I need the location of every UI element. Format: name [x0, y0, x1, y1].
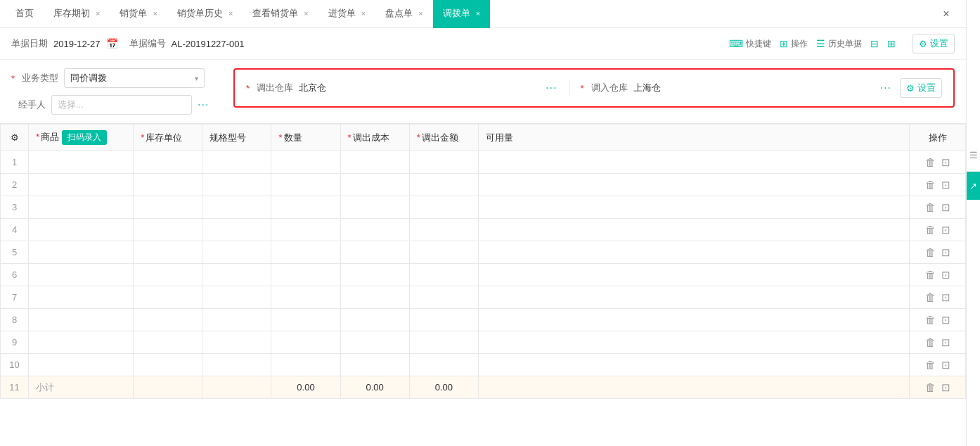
row-amount-5[interactable] — [409, 241, 478, 264]
row-spec-1[interactable] — [202, 151, 271, 174]
shortcut-button[interactable]: ⌨ 快捷键 — [729, 38, 771, 50]
tab-inventory-count[interactable]: 盘点单 × — [375, 0, 432, 28]
row-amount-2[interactable] — [409, 174, 478, 196]
row-spec-10[interactable] — [202, 354, 271, 376]
copy-icon-7[interactable]: ⊡ — [941, 291, 950, 304]
handler-more-icon[interactable]: ··· — [198, 98, 209, 111]
delete-icon-2[interactable]: 🗑 — [925, 179, 936, 191]
copy-icon[interactable]: ⊡ — [941, 381, 950, 394]
copy-icon-4[interactable]: ⊡ — [941, 224, 950, 236]
row-spec-8[interactable] — [202, 309, 271, 331]
tab-transfer-close[interactable]: × — [476, 9, 480, 18]
row-product-9[interactable] — [29, 331, 134, 354]
row-spec-6[interactable] — [202, 264, 271, 286]
tab-purchase[interactable]: 进货单 × — [318, 0, 375, 28]
row-cost-3[interactable] — [340, 196, 409, 219]
row-unit-10[interactable] — [134, 354, 202, 376]
copy-icon-5[interactable]: ⊡ — [941, 246, 950, 259]
row-cost-2[interactable] — [340, 174, 409, 196]
row-available-4[interactable] — [478, 219, 909, 241]
row-spec-5[interactable] — [202, 241, 271, 264]
row-available-3[interactable] — [478, 196, 909, 219]
row-quantity-7[interactable] — [271, 286, 340, 309]
warehouse-out-more-icon[interactable]: ··· — [546, 82, 557, 94]
row-quantity-3[interactable] — [271, 196, 340, 219]
grid-layout-button[interactable]: ⊞ — [887, 38, 896, 49]
row-unit-4[interactable] — [134, 219, 202, 241]
row-product-3[interactable] — [29, 196, 134, 219]
operations-button[interactable]: ⊞ 操作 — [780, 38, 808, 50]
history-button[interactable]: ☰ 历史单据 — [816, 38, 862, 50]
row-product-4[interactable] — [29, 219, 134, 241]
tab-sales-history[interactable]: 销货单历史 × — [167, 0, 243, 28]
row-amount-7[interactable] — [409, 286, 478, 309]
window-close-button[interactable]: × — [932, 0, 960, 28]
row-quantity-5[interactable] — [271, 241, 340, 264]
row-available-9[interactable] — [478, 331, 909, 354]
row-quantity-9[interactable] — [271, 331, 340, 354]
row-amount-9[interactable] — [409, 331, 478, 354]
row-available-5[interactable] — [478, 241, 909, 264]
row-quantity-2[interactable] — [271, 174, 340, 196]
row-cost-7[interactable] — [340, 286, 409, 309]
row-amount-8[interactable] — [409, 309, 478, 331]
row-product-10[interactable] — [29, 354, 134, 376]
row-unit-1[interactable] — [134, 151, 202, 174]
scan-button[interactable]: 扫码录入 — [62, 130, 107, 145]
row-amount-6[interactable] — [409, 264, 478, 286]
row-cost-4[interactable] — [340, 219, 409, 241]
calendar-icon[interactable]: 📅 — [106, 38, 118, 49]
row-cost-1[interactable] — [340, 151, 409, 174]
row-product-7[interactable] — [29, 286, 134, 309]
row-unit-5[interactable] — [134, 241, 202, 264]
row-quantity-6[interactable] — [271, 264, 340, 286]
row-cost-5[interactable] — [340, 241, 409, 264]
row-product-1[interactable] — [29, 151, 134, 174]
tab-sales-order[interactable]: 销货单 × — [110, 0, 167, 28]
tab-view-sales-close[interactable]: × — [304, 9, 308, 18]
tab-view-sales[interactable]: 查看销货单 × — [243, 0, 318, 28]
row-available-1[interactable] — [478, 151, 909, 174]
row-unit-2[interactable] — [134, 174, 202, 196]
row-amount-1[interactable] — [409, 151, 478, 174]
row-product-8[interactable] — [29, 309, 134, 331]
copy-icon-6[interactable]: ⊡ — [941, 269, 950, 281]
row-spec-2[interactable] — [202, 174, 271, 196]
tab-sales-history-close[interactable]: × — [228, 9, 233, 18]
row-unit-7[interactable] — [134, 286, 202, 309]
warehouse-setting-button[interactable]: ⚙ 设置 — [900, 78, 942, 98]
delete-icon-3[interactable]: 🗑 — [925, 201, 936, 213]
table-container[interactable]: ⚙ *商品 扫码录入 *库存单位 规格型号 *数量 *调出成本 *调出金额 可用… — [0, 123, 966, 399]
layout-button[interactable]: ⊟ — [870, 38, 879, 49]
delete-icon-6[interactable]: 🗑 — [925, 269, 936, 281]
row-spec-7[interactable] — [202, 286, 271, 309]
delete-icon-1[interactable]: 🗑 — [925, 156, 936, 168]
row-cost-8[interactable] — [340, 309, 409, 331]
tab-sales-order-close[interactable]: × — [153, 9, 157, 18]
sidebar-export-icon[interactable]: ↗ — [967, 172, 981, 200]
delete-icon-4[interactable]: 🗑 — [925, 224, 936, 236]
row-product-5[interactable] — [29, 241, 134, 264]
warehouse-in-more-icon[interactable]: ··· — [880, 82, 891, 94]
row-unit-6[interactable] — [134, 264, 202, 286]
tab-inventory-init-close[interactable]: × — [96, 9, 100, 18]
row-spec-9[interactable] — [202, 331, 271, 354]
row-unit-8[interactable] — [134, 309, 202, 331]
row-spec-4[interactable] — [202, 219, 271, 241]
row-amount-10[interactable] — [409, 354, 478, 376]
tab-home[interactable]: 首页 — [6, 0, 44, 28]
delete-icon-7[interactable]: 🗑 — [925, 291, 936, 303]
row-available-6[interactable] — [478, 264, 909, 286]
tab-inventory-init[interactable]: 库存期初 × — [44, 0, 110, 28]
tab-inventory-count-close[interactable]: × — [418, 9, 423, 18]
delete-icon-10[interactable]: 🗑 — [925, 359, 936, 371]
row-available-10[interactable] — [478, 354, 909, 376]
copy-icon-10[interactable]: ⊡ — [941, 359, 950, 371]
row-cost-10[interactable] — [340, 354, 409, 376]
row-available-7[interactable] — [478, 286, 909, 309]
handler-input[interactable]: 选择... — [51, 95, 192, 115]
row-quantity-8[interactable] — [271, 309, 340, 331]
copy-icon-1[interactable]: ⊡ — [941, 156, 950, 169]
row-quantity-1[interactable] — [271, 151, 340, 174]
row-amount-3[interactable] — [409, 196, 478, 219]
